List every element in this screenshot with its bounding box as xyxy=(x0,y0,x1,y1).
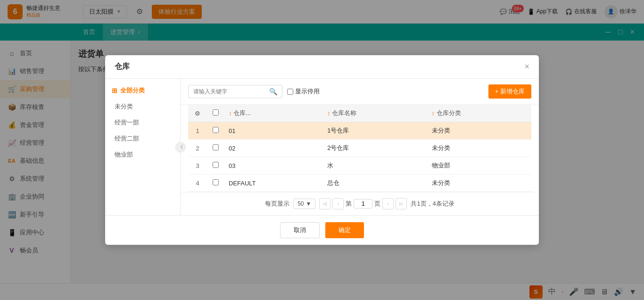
page-input[interactable] xyxy=(354,199,372,208)
modal-header: 仓库 × xyxy=(105,55,539,79)
cancel-button[interactable]: 取消 xyxy=(280,222,320,238)
show-disabled-label[interactable]: 显示停用 xyxy=(287,87,320,96)
row-code: 03 xyxy=(224,157,322,175)
search-input[interactable] xyxy=(193,88,266,95)
per-page-label: 每页显示 xyxy=(265,200,289,208)
search-icon[interactable]: 🔍 xyxy=(269,88,277,95)
content-toolbar: 🔍 显示停用 + 新增仓库 xyxy=(181,79,539,105)
first-page-button[interactable]: ⊲ xyxy=(319,198,330,209)
col-header-gear[interactable]: ⚙ xyxy=(188,105,207,122)
row-name: 1号仓库 xyxy=(322,122,427,140)
modal-overlay: 仓库 × ⊞ 全部分类 未分类 经营一部 经营二部 物业部 《 xyxy=(0,0,644,300)
row-num: 3 xyxy=(188,157,207,175)
table-row[interactable]: 4 DEFAULT 总仓 未分类 xyxy=(188,175,531,192)
row-checkbox-cell[interactable] xyxy=(207,122,224,140)
grid-icon: ⊞ xyxy=(112,87,117,94)
row-category: 未分类 xyxy=(427,122,531,140)
show-disabled-text: 显示停用 xyxy=(295,87,320,96)
row-num: 1 xyxy=(188,122,207,140)
row-category: 未分类 xyxy=(427,175,531,192)
show-disabled-checkbox[interactable] xyxy=(287,89,293,95)
pagination: 每页显示 50 ▼ ⊲ ‹ 第 页 › ⊳ 共1页，4条记录 xyxy=(181,192,539,215)
per-page-value: 50 xyxy=(297,200,304,207)
table-row[interactable]: 2 02 2号仓库 未分类 xyxy=(188,140,531,157)
modal-title: 仓库 xyxy=(115,62,130,72)
row-checkbox-cell[interactable] xyxy=(207,175,224,192)
category-header[interactable]: ⊞ 全部分类 xyxy=(105,83,180,99)
modal-body: ⊞ 全部分类 未分类 经营一部 经营二部 物业部 《 🔍 xyxy=(105,79,539,215)
row-checkbox[interactable] xyxy=(213,179,219,185)
content-panel: 🔍 显示停用 + 新增仓库 ⚙ xyxy=(181,79,539,215)
col-header-name[interactable]: ↕ 仓库名称 xyxy=(322,105,427,122)
add-warehouse-button[interactable]: + 新增仓库 xyxy=(488,84,531,99)
row-category: 物业部 xyxy=(427,157,531,175)
table-row[interactable]: 3 03 水 物业部 xyxy=(188,157,531,175)
row-checkbox[interactable] xyxy=(213,162,219,168)
warehouse-modal: 仓库 × ⊞ 全部分类 未分类 经营一部 经营二部 物业部 《 xyxy=(105,55,539,245)
modal-close-button[interactable]: × xyxy=(524,62,529,72)
category-collapse-button[interactable]: 《 xyxy=(175,142,186,152)
category-item-property[interactable]: 物业部 xyxy=(105,147,180,163)
row-name: 2号仓库 xyxy=(322,140,427,157)
col-header-category[interactable]: ↕ 仓库分类 xyxy=(427,105,531,122)
row-checkbox[interactable] xyxy=(213,144,219,150)
category-panel: ⊞ 全部分类 未分类 经营一部 经营二部 物业部 《 xyxy=(105,79,181,215)
category-item-dept1[interactable]: 经营一部 xyxy=(105,115,180,131)
table-header-row: ⚙ ↕ 仓库... ↕ 仓库名称 xyxy=(188,105,531,122)
row-name: 总仓 xyxy=(322,175,427,192)
category-all-label: 全部分类 xyxy=(120,86,145,95)
row-num: 2 xyxy=(188,140,207,157)
row-code: 01 xyxy=(224,122,322,140)
per-page-arrow: ▼ xyxy=(306,200,312,207)
prev-page-button[interactable]: ‹ xyxy=(332,198,344,209)
warehouse-table: ⚙ ↕ 仓库... ↕ 仓库名称 xyxy=(188,105,531,192)
modal-footer: 取消 确定 xyxy=(105,215,539,245)
row-checkbox-cell[interactable] xyxy=(207,157,224,175)
select-all-checkbox[interactable] xyxy=(213,109,219,116)
row-checkbox[interactable] xyxy=(213,127,219,133)
sort-icon-cat: ↕ xyxy=(432,109,435,117)
total-info: 共1页，4条记录 xyxy=(411,200,454,208)
confirm-button[interactable]: 确定 xyxy=(325,222,364,238)
last-page-button[interactable]: ⊳ xyxy=(396,198,407,209)
sort-icon-name: ↕ xyxy=(327,109,330,117)
category-item-dept2[interactable]: 经营二部 xyxy=(105,131,180,147)
col-header-code[interactable]: ↕ 仓库... xyxy=(224,105,322,122)
table-row[interactable]: 1 01 1号仓库 未分类 xyxy=(188,122,531,140)
row-num: 4 xyxy=(188,175,207,192)
page-unit: 页 xyxy=(374,200,380,208)
next-page-button[interactable]: › xyxy=(382,198,394,209)
row-code: 02 xyxy=(224,140,322,157)
page-label: 第 xyxy=(346,200,352,208)
search-box: 🔍 xyxy=(188,85,282,98)
row-category: 未分类 xyxy=(427,140,531,157)
warehouse-table-wrap: ⚙ ↕ 仓库... ↕ 仓库名称 xyxy=(181,105,539,192)
row-code: DEFAULT xyxy=(224,175,322,192)
row-name: 水 xyxy=(322,157,427,175)
page-nav: ⊲ ‹ 第 页 › ⊳ xyxy=(319,198,407,209)
per-page-select[interactable]: 50 ▼ xyxy=(293,199,315,209)
sort-icon: ↕ xyxy=(229,109,232,117)
col-header-checkbox xyxy=(207,105,224,122)
row-checkbox-cell[interactable] xyxy=(207,140,224,157)
category-item-unclassified[interactable]: 未分类 xyxy=(105,99,180,115)
